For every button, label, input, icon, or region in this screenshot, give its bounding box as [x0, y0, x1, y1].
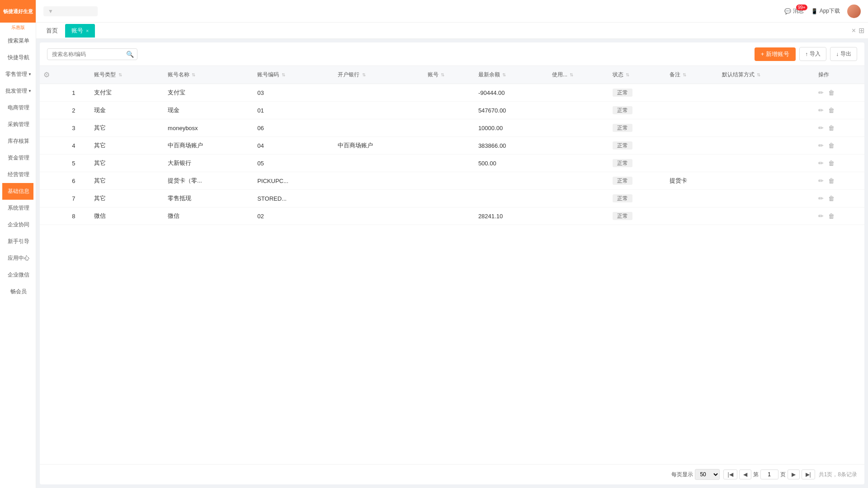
status-badge: 正常: [613, 124, 632, 132]
edit-icon[interactable]: ✏: [818, 195, 824, 202]
delete-icon[interactable]: 🗑: [828, 107, 835, 114]
edit-icon[interactable]: ✏: [818, 177, 824, 184]
search-input[interactable]: [47, 48, 137, 60]
th-remark[interactable]: 备注 ⇅: [666, 66, 718, 84]
sidebar-item-inventory[interactable]: 库存核算: [2, 133, 33, 150]
cell-balance-0: -90444.00: [475, 84, 548, 102]
th-type[interactable]: 账号类型 ⇅: [90, 66, 164, 84]
th-name[interactable]: 账号名称 ⇅: [164, 66, 254, 84]
delete-icon[interactable]: 🗑: [828, 195, 835, 202]
sidebar-item-system[interactable]: 系统管理: [2, 200, 33, 216]
edit-icon[interactable]: ✏: [818, 160, 824, 167]
sidebar-item-wechat[interactable]: 企业微信: [2, 267, 33, 283]
tab-expand-button[interactable]: ⊞: [859, 26, 864, 35]
page-label-prefix: 第: [753, 471, 759, 479]
cell-bank-7: [334, 207, 424, 225]
sidebar-item-agreement[interactable]: 企业协同: [2, 216, 33, 233]
sidebar-item-appcenter[interactable]: 应用中心: [2, 250, 33, 267]
sidebar-item-wholesale[interactable]: 批发管理▼: [2, 83, 33, 99]
sidebar-item-ecommerce[interactable]: 电商管理: [2, 99, 33, 116]
cell-balance-2: 10000.00: [475, 119, 548, 137]
edit-icon[interactable]: ✏: [818, 142, 824, 149]
cell-action-3: ✏ 🗑: [815, 137, 864, 155]
table-row: 1 支付宝 支付宝 03 -90444.00 正常 ✏ 🗑: [40, 84, 864, 102]
cell-no-1: 2: [68, 102, 90, 119]
edit-icon[interactable]: ✏: [818, 212, 824, 220]
delete-icon[interactable]: 🗑: [828, 142, 835, 149]
chevron-down-icon: ▼: [28, 72, 32, 76]
user-avatar[interactable]: [847, 5, 861, 18]
cell-code-3: 04: [254, 137, 334, 155]
cell-no-3: 4: [68, 137, 90, 155]
edit-icon[interactable]: ✏: [818, 89, 824, 96]
tab-close-icon[interactable]: ×: [86, 28, 89, 33]
message-button[interactable]: 💬 消息 99+: [784, 7, 804, 15]
th-setting[interactable]: ⚙: [40, 66, 68, 84]
next-page-button[interactable]: ▶: [788, 469, 800, 479]
sidebar-item-basic[interactable]: 基础信息: [2, 183, 33, 200]
cell-remark-0: [666, 84, 718, 102]
sidebar-item-member[interactable]: 畅会员: [2, 283, 33, 300]
page-number-input[interactable]: [760, 469, 778, 479]
cell-action-1: ✏ 🗑: [815, 102, 864, 119]
sidebar-item-purchase[interactable]: 采购管理: [2, 116, 33, 133]
import-button[interactable]: ↑ 导入: [799, 47, 826, 61]
th-account[interactable]: 账号 ⇅: [424, 66, 475, 84]
cell-remark-2: [666, 119, 718, 137]
delete-icon[interactable]: 🗑: [828, 160, 835, 167]
page-size-select[interactable]: 50 100 200: [695, 469, 720, 480]
edit-icon[interactable]: ✏: [818, 124, 824, 131]
status-badge: 正常: [613, 177, 632, 185]
tab-account[interactable]: 账号×: [65, 24, 95, 38]
cell-usage-6: [548, 190, 609, 207]
toolbar-right: + 新增账号 ↑ 导入 ↓ 导出: [755, 47, 857, 61]
table-row: 4 其它 中百商场账户 04 中百商场账户 383866.00 正常 ✏ 🗑: [40, 137, 864, 155]
prev-page-button[interactable]: ◀: [739, 469, 751, 479]
sidebar-item-retail[interactable]: 零售管理▼: [2, 66, 33, 83]
cell-code-6: STORED...: [254, 190, 334, 207]
cell-no-4: 5: [68, 155, 90, 172]
sidebar-item-operation[interactable]: 经营管理: [2, 166, 33, 183]
cell-default-settle-2: [718, 119, 815, 137]
cell-bank-2: [334, 119, 424, 137]
cell-bank-6: [334, 190, 424, 207]
delete-icon[interactable]: 🗑: [828, 212, 835, 220]
th-balance[interactable]: 最新余额 ⇅: [475, 66, 548, 84]
header-search[interactable]: ▼: [43, 6, 98, 16]
cell-action-0: ✏ 🗑: [815, 84, 864, 102]
edit-icon[interactable]: ✏: [818, 107, 824, 114]
cell-name-1: 现金: [164, 102, 254, 119]
sort-settle-icon: ⇅: [757, 72, 760, 77]
cell-name-4: 大新银行: [164, 155, 254, 172]
cell-status-0: 正常: [609, 84, 666, 102]
th-usage[interactable]: 使用... ⇅: [548, 66, 609, 84]
column-settings-icon[interactable]: ⚙: [43, 71, 50, 79]
cell-no-6: 7: [68, 190, 90, 207]
delete-icon[interactable]: 🗑: [828, 89, 835, 96]
tab-collapse-button[interactable]: ×: [852, 27, 856, 35]
first-page-button[interactable]: |◀: [723, 469, 737, 479]
last-page-button[interactable]: ▶|: [802, 469, 815, 479]
th-bank[interactable]: 开户银行 ⇅: [334, 66, 424, 84]
sidebar-item-quick[interactable]: 快捷导航: [2, 49, 33, 66]
cell-setting-2: [40, 119, 68, 137]
app-download-button[interactable]: 📱 App下载: [811, 7, 840, 15]
add-account-button[interactable]: + 新增账号: [755, 47, 796, 61]
th-default-settle[interactable]: 默认结算方式 ⇅: [718, 66, 815, 84]
cell-balance-4: 500.00: [475, 155, 548, 172]
cell-bank-1: [334, 102, 424, 119]
th-code[interactable]: 账号编码 ⇅: [254, 66, 334, 84]
tab-home[interactable]: 首页: [40, 24, 64, 38]
cell-type-2: 其它: [90, 119, 164, 137]
delete-icon[interactable]: 🗑: [828, 124, 835, 131]
app-label: App下载: [820, 7, 840, 15]
cell-name-0: 支付宝: [164, 84, 254, 102]
cell-remark-5: 提货卡: [666, 172, 718, 190]
sidebar-item-guide[interactable]: 新手引导: [2, 233, 33, 250]
delete-icon[interactable]: 🗑: [828, 177, 835, 184]
sidebar-item-search[interactable]: 搜索菜单: [2, 33, 33, 49]
brand-label: 乐惠版: [0, 23, 36, 33]
th-status[interactable]: 状态 ⇅: [609, 66, 666, 84]
sidebar-item-finance[interactable]: 资金管理: [2, 150, 33, 166]
export-button[interactable]: ↓ 导出: [830, 47, 857, 61]
